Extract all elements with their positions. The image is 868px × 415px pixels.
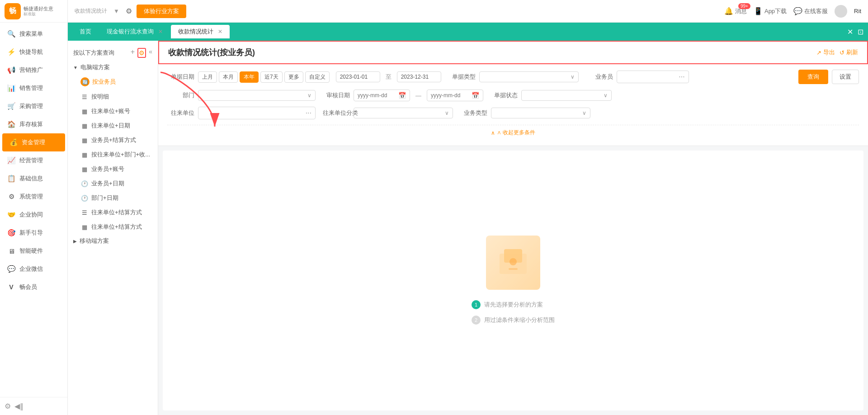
empty-step-2: 2 用过滤条件来缩小分析范围 (472, 314, 555, 326)
sidebar-item-marketing[interactable]: 📢 营销推广 (0, 61, 67, 79)
export-button[interactable]: ↗ 导出 (816, 48, 835, 57)
doc-status-select[interactable]: ∨ (521, 90, 612, 101)
content-area: 按以下方案查询 + ⚙ « ▼ 电脑端方案 🔄 按业务员 ☰ (68, 41, 868, 415)
page-header: 收款情况统计(按业务员) ↗ 导出 ↺ 刷新 (158, 41, 868, 64)
scheme-settings-icon[interactable]: ⚙ (137, 48, 146, 58)
left-scheme-panel: 按以下方案查询 + ⚙ « ▼ 电脑端方案 🔄 按业务员 ☰ (68, 41, 158, 415)
scheme-unit-method2[interactable]: ▦ 往来单位+结算方式 (68, 220, 158, 234)
scheme-unit-date[interactable]: ▦ 往来单位+日期 (68, 118, 158, 133)
tab-bank-close[interactable]: ✕ (158, 28, 163, 35)
user-avatar[interactable] (835, 5, 847, 18)
salesperson-select[interactable]: ··· (617, 71, 689, 83)
sidebar-item-sales[interactable]: 📊 销售管理 (0, 79, 67, 97)
trial-button[interactable]: 体验行业方案 (137, 5, 186, 18)
counterpart-category-arrow: ∨ (445, 110, 449, 116)
query-button[interactable]: 查询 (798, 70, 828, 84)
review-end-cal-icon[interactable]: 📅 (472, 92, 479, 99)
sidebar-item-basic[interactable]: 📋 基础信息 (0, 170, 67, 188)
add-scheme-icon[interactable]: + (131, 48, 135, 58)
date-end-input[interactable] (401, 74, 437, 80)
sidebar-item-search[interactable]: 🔍 搜索菜单 (0, 25, 67, 43)
salesperson-method-icon: ▦ (80, 136, 89, 144)
doc-type-select[interactable]: ∨ (479, 71, 579, 82)
svg-rect-3 (509, 268, 518, 270)
sidebar-item-system[interactable]: ⚙ 系统管理 (0, 188, 67, 206)
doc-status-filter-item: 单据状态 ∨ (491, 90, 612, 101)
date-btn-this-month[interactable]: 本月 (219, 71, 238, 83)
scheme-salesperson-method[interactable]: ▦ 业务员+结算方式 (68, 133, 158, 147)
sidebar-item-enterprise[interactable]: 🤝 企业协同 (0, 206, 67, 224)
sidebar-item-finance[interactable]: 💰 资金管理 (2, 133, 65, 151)
unit-dept-icon: ▦ (80, 151, 89, 159)
date-btn-last-month[interactable]: 上月 (198, 71, 217, 83)
operation-icon: 📈 (7, 156, 16, 165)
empty-tips: 1 请先选择要分析的方案 2 用过滤条件来缩小分析范围 (472, 299, 555, 326)
date-start-input[interactable] (340, 74, 376, 80)
tab-bar: 首页 现金银行流水查询 ✕ 收款情况统计 ✕ ✕ ⊡ (68, 23, 868, 41)
export-icon: ↗ (816, 49, 821, 56)
counterpart-category-select[interactable]: ∨ (354, 108, 453, 118)
app-download-button[interactable]: 📱 App下载 (754, 7, 787, 15)
topbar-gear-icon[interactable]: ⚙ (126, 7, 132, 15)
mobile-group-arrow: ▶ (73, 239, 77, 244)
refresh-button[interactable]: ↺ 刷新 (840, 48, 858, 57)
scheme-unit-method1[interactable]: ☰ 往来单位+结算方式 (68, 205, 158, 220)
tab-receipt-close[interactable]: ✕ (218, 28, 222, 35)
doc-type-label: 单据类型 (448, 73, 476, 81)
date-btn-custom[interactable]: 自定义 (305, 71, 330, 83)
counterpart-category-filter-item: 往来单位分类 ∨ (323, 108, 453, 118)
sidebar-item-hardware[interactable]: 🖥 智能硬件 (0, 242, 67, 260)
scheme-salesperson-date[interactable]: 🕐 业务员+日期 (68, 176, 158, 191)
sidebar-item-quicknav[interactable]: ⚡ 快捷导航 (0, 43, 67, 61)
panel-header-icons: + ⚙ « (131, 48, 152, 58)
scheme-by-salesperson[interactable]: 🔄 按业务员 (68, 74, 158, 90)
refresh-icon: ↺ (840, 49, 844, 56)
business-type-label: 业务类型 (460, 109, 487, 117)
tab-receipt[interactable]: 收款情况统计 ✕ (171, 25, 230, 38)
scheme-unit-account[interactable]: ▦ 往来单位+账号 (68, 104, 158, 118)
salesperson-more-icon[interactable]: ··· (679, 73, 684, 81)
scheme-dept-date[interactable]: 🕐 部门+日期 (68, 191, 158, 205)
purchase-icon: 🛒 (7, 102, 16, 111)
counterpart-select[interactable]: ··· (198, 107, 316, 119)
user-name: Rit (854, 8, 861, 14)
maximize-window-icon[interactable]: ⊡ (858, 28, 863, 36)
scheme-by-detail[interactable]: ☰ 按明细 (68, 90, 158, 104)
wechat-icon: 💬 (7, 264, 16, 274)
review-start-cal-icon[interactable]: 📅 (398, 92, 406, 99)
collapse-panel-icon[interactable]: « (149, 48, 152, 58)
collapse-sidebar-icon[interactable]: ◀‖ (14, 402, 24, 410)
date-btn-more[interactable]: 更多 (284, 71, 303, 83)
review-start-input[interactable] (358, 92, 398, 99)
doc-type-arrow: ∨ (571, 74, 575, 80)
dept-select[interactable]: ∨ (198, 90, 316, 101)
tab-bank[interactable]: 现金银行流水查询 ✕ (99, 25, 170, 38)
counterpart-more-icon[interactable]: ··· (306, 109, 311, 117)
date-btn-7days[interactable]: 近7天 (260, 71, 283, 83)
settings-button[interactable]: 设置 (832, 70, 859, 84)
date-btn-this-year[interactable]: 本年 (240, 71, 259, 83)
scheme-unit-dept-receipt[interactable]: ▦ 按往来单位+部门+收... (68, 147, 158, 162)
business-type-select[interactable]: ∨ (491, 108, 590, 118)
sidebar-item-purchase[interactable]: 🛒 采购管理 (0, 97, 67, 115)
review-end-input[interactable] (431, 92, 472, 99)
mobile-scheme-header[interactable]: ▶ 移动端方案 (68, 234, 158, 248)
desktop-scheme-header[interactable]: ▼ 电脑端方案 (68, 61, 158, 74)
sidebar-item-inventory[interactable]: 🏠 库存核算 (0, 115, 67, 133)
review-date-label: 审核日期 (323, 91, 350, 99)
sidebar-item-guide[interactable]: 🎯 新手引导 (0, 224, 67, 242)
messages-button[interactable]: 🔔 消息 99+ (724, 7, 747, 15)
close-window-icon[interactable]: ✕ (847, 28, 853, 36)
sidebar-item-operation[interactable]: 📈 经营管理 (0, 151, 67, 170)
collapse-filter-bar[interactable]: ∧ ∧ 收起更多条件 (167, 125, 859, 140)
sidebar-item-member[interactable]: V 畅会员 (0, 278, 67, 296)
settings-footer-icon[interactable]: ⚙ (5, 402, 11, 410)
tab-home[interactable]: 首页 (72, 25, 99, 38)
scheme-salesperson-account[interactable]: ▦ 业务员+账号 (68, 162, 158, 176)
sidebar-item-wechat[interactable]: 💬 企业微信 (0, 260, 67, 278)
online-service-button[interactable]: 💬 在线客服 (793, 7, 828, 15)
doc-type-filter-item: 单据类型 ∨ (448, 71, 579, 82)
counterpart-category-label: 往来单位分类 (323, 109, 350, 117)
right-panel: 收款情况统计(按业务员) ↗ 导出 ↺ 刷新 单据日期 (158, 41, 868, 415)
guide-icon: 🎯 (7, 228, 16, 237)
